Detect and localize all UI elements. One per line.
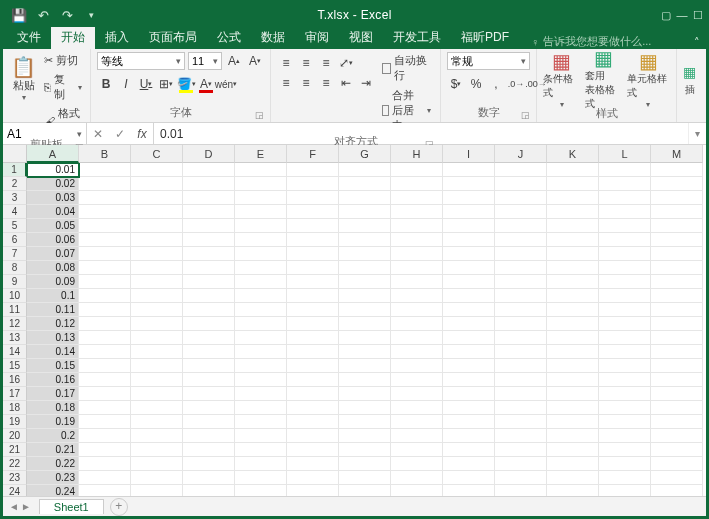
fill-color-button[interactable]: 🪣▾ [177,75,195,93]
cell-E2[interactable] [235,177,287,191]
number-launcher-icon[interactable]: ◲ [521,110,530,120]
cell-G7[interactable] [339,247,391,261]
cell-C6[interactable] [131,233,183,247]
cell-L16[interactable] [599,373,651,387]
cell-C9[interactable] [131,275,183,289]
cell-F6[interactable] [287,233,339,247]
cell-M2[interactable] [651,177,703,191]
cell-M22[interactable] [651,457,703,471]
column-header-M[interactable]: M [651,145,703,163]
cell-E21[interactable] [235,443,287,457]
cell-K11[interactable] [547,303,599,317]
cell-C7[interactable] [131,247,183,261]
cell-J17[interactable] [495,387,547,401]
tell-me-search[interactable]: ♀ 告诉我您想要做什么... [531,34,651,49]
cell-H8[interactable] [391,261,443,275]
cell-C1[interactable] [131,163,183,177]
cell-K21[interactable] [547,443,599,457]
accounting-format-button[interactable]: $▾ [447,75,465,93]
column-header-H[interactable]: H [391,145,443,163]
cell-C3[interactable] [131,191,183,205]
cell-L4[interactable] [599,205,651,219]
cell-H21[interactable] [391,443,443,457]
cell-G9[interactable] [339,275,391,289]
cell-B3[interactable] [79,191,131,205]
cell-D6[interactable] [183,233,235,247]
cell-J9[interactable] [495,275,547,289]
maximize-icon[interactable]: ☐ [690,4,706,26]
cell-L19[interactable] [599,415,651,429]
cell-C16[interactable] [131,373,183,387]
cell-A17[interactable]: 0.17 [27,387,79,401]
select-all-corner[interactable] [3,145,27,163]
cell-E15[interactable] [235,359,287,373]
cell-D22[interactable] [183,457,235,471]
cell-F11[interactable] [287,303,339,317]
row-header-22[interactable]: 22 [3,457,27,471]
row-header-3[interactable]: 3 [3,191,27,205]
cell-F3[interactable] [287,191,339,205]
cell-E23[interactable] [235,471,287,485]
cell-C11[interactable] [131,303,183,317]
cell-K10[interactable] [547,289,599,303]
cell-K13[interactable] [547,331,599,345]
cell-B10[interactable] [79,289,131,303]
cell-A4[interactable]: 0.04 [27,205,79,219]
cell-A10[interactable]: 0.1 [27,289,79,303]
cell-K9[interactable] [547,275,599,289]
cell-L21[interactable] [599,443,651,457]
cell-A15[interactable]: 0.15 [27,359,79,373]
cell-B20[interactable] [79,429,131,443]
tab-insert[interactable]: 插入 [95,26,139,49]
cell-I9[interactable] [443,275,495,289]
cell-I13[interactable] [443,331,495,345]
cell-C2[interactable] [131,177,183,191]
cell-C17[interactable] [131,387,183,401]
cell-D13[interactable] [183,331,235,345]
cell-B4[interactable] [79,205,131,219]
align-right-button[interactable]: ≡ [317,74,335,92]
enter-formula-button[interactable]: ✓ [109,127,131,141]
cell-B12[interactable] [79,317,131,331]
cell-L3[interactable] [599,191,651,205]
cell-D17[interactable] [183,387,235,401]
cell-K23[interactable] [547,471,599,485]
cell-G13[interactable] [339,331,391,345]
cell-E3[interactable] [235,191,287,205]
cell-D11[interactable] [183,303,235,317]
cell-C24[interactable] [131,485,183,496]
column-header-I[interactable]: I [443,145,495,163]
cell-M13[interactable] [651,331,703,345]
tab-page-layout[interactable]: 页面布局 [139,26,207,49]
cell-A2[interactable]: 0.02 [27,177,79,191]
cell-E6[interactable] [235,233,287,247]
cell-M7[interactable] [651,247,703,261]
tab-home[interactable]: 开始 [51,26,95,49]
orientation-button[interactable]: ⤢▾ [337,54,355,72]
underline-button[interactable]: U▾ [137,75,155,93]
cell-E17[interactable] [235,387,287,401]
cell-L1[interactable] [599,163,651,177]
cell-K2[interactable] [547,177,599,191]
cell-C21[interactable] [131,443,183,457]
cell-B23[interactable] [79,471,131,485]
cell-L5[interactable] [599,219,651,233]
add-sheet-button[interactable]: + [110,498,128,516]
tab-review[interactable]: 审阅 [295,26,339,49]
cell-J8[interactable] [495,261,547,275]
cell-A19[interactable]: 0.19 [27,415,79,429]
cell-A20[interactable]: 0.2 [27,429,79,443]
row-header-20[interactable]: 20 [3,429,27,443]
row-header-7[interactable]: 7 [3,247,27,261]
cell-K12[interactable] [547,317,599,331]
conditional-format-button[interactable]: ▦ 条件格式 ▾ [543,52,581,106]
cell-E18[interactable] [235,401,287,415]
cell-E24[interactable] [235,485,287,496]
row-header-10[interactable]: 10 [3,289,27,303]
cell-G18[interactable] [339,401,391,415]
cell-D19[interactable] [183,415,235,429]
cell-A8[interactable]: 0.08 [27,261,79,275]
cell-F8[interactable] [287,261,339,275]
cell-E11[interactable] [235,303,287,317]
cell-D5[interactable] [183,219,235,233]
